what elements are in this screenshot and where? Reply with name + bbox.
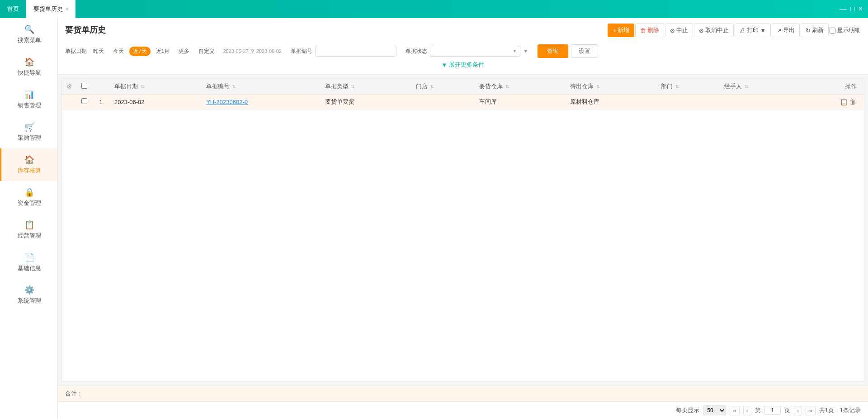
sidebar-item-inventory-label: 库存核算: [18, 167, 41, 175]
filter-docnum-label: 单据编号: [291, 48, 312, 55]
col-req-warehouse-sort-icon: ⇅: [505, 84, 509, 89]
system-mgmt-icon: ⚙️: [24, 285, 34, 295]
sidebar-item-operations-mgmt[interactable]: 📋 经营管理: [0, 214, 57, 246]
data-table: ⚙ 单据日期 ⇅ 单据编号 ⇅: [62, 79, 864, 110]
row-pending-warehouse-cell: 原材料仓库: [566, 95, 656, 110]
tab-requisition-history-label: 要货单历史: [33, 5, 63, 13]
row-edit-icon[interactable]: 📋: [840, 98, 848, 105]
display-detail-checkbox[interactable]: [830, 28, 835, 33]
col-dept-label: 部门: [661, 83, 673, 90]
display-detail-label: 显示明细: [837, 26, 861, 34]
date-yesterday[interactable]: 昨天: [90, 47, 108, 56]
col-handler-header[interactable]: 经手人 ⇅: [720, 79, 797, 95]
filter-docnum-group: 单据编号: [291, 46, 396, 57]
row-req-warehouse-cell: 车间库: [475, 95, 566, 110]
select-all-checkbox[interactable]: [81, 83, 87, 89]
sidebar-item-finance-mgmt[interactable]: 🔒 资金管理: [0, 181, 57, 214]
col-store-sort-icon: ⇅: [430, 84, 434, 89]
sidebar-item-sales-mgmt[interactable]: 📊 销售管理: [0, 83, 57, 116]
row-store-cell: [411, 95, 475, 110]
quick-nav-icon: 🏠: [24, 57, 34, 67]
print-button[interactable]: 🖨 打印 ▼: [735, 24, 771, 37]
col-req-warehouse-header[interactable]: 要货仓库 ⇅: [475, 79, 566, 95]
col-num-header: [92, 79, 110, 95]
row-date-cell: 2023-06-02: [110, 95, 202, 110]
col-number-header[interactable]: 单据编号 ⇅: [202, 79, 321, 95]
sidebar-item-finance-mgmt-label: 资金管理: [18, 199, 41, 207]
next-page-button[interactable]: ›: [794, 406, 802, 415]
sidebar-item-purchase-mgmt[interactable]: 🛒 采购管理: [0, 116, 57, 148]
date-custom[interactable]: 自定义: [195, 47, 218, 56]
prev-page-button[interactable]: ‹: [743, 406, 751, 415]
row-checkbox-cell: [77, 95, 92, 110]
display-detail-checkbox-label[interactable]: 显示明细: [830, 26, 861, 34]
col-action-header: 操作: [797, 79, 864, 95]
status-select-wrapper: [430, 46, 520, 57]
tab-close-icon[interactable]: ×: [66, 6, 68, 12]
sidebar-item-quick-nav[interactable]: 🏠 快捷导航: [0, 51, 57, 83]
last-page-button[interactable]: »: [806, 406, 815, 415]
col-type-label: 单据类型: [325, 83, 349, 90]
col-dept-sort-icon: ⇅: [675, 84, 679, 89]
content-area: 要货单历史 + 新增 🗑 删除 ⊗ 中止 ⊗ 取消中止: [58, 18, 868, 419]
stop-button[interactable]: ⊗ 中止: [665, 24, 693, 37]
tab-home[interactable]: 首页: [0, 0, 26, 18]
page-header: 要货单历史 + 新增 🗑 删除 ⊗ 中止 ⊗ 取消中止: [58, 18, 868, 75]
sidebar-item-search-menu[interactable]: 🔍 搜索菜单: [0, 18, 57, 51]
footer-total-label: 合计：: [65, 390, 83, 398]
row-checkbox[interactable]: [81, 98, 87, 104]
minimize-icon[interactable]: —: [840, 5, 847, 13]
col-type-header[interactable]: 单据类型 ⇅: [321, 79, 411, 95]
expand-more-button[interactable]: ▼ 展开更多条件: [65, 61, 861, 69]
operations-mgmt-icon: 📋: [24, 220, 34, 230]
print-button-label: 打印: [747, 26, 759, 34]
col-type-sort-icon: ⇅: [351, 84, 354, 89]
col-dept-header[interactable]: 部门 ⇅: [656, 79, 720, 95]
cancel-stop-button-label: 取消中止: [705, 26, 729, 34]
row-number-link[interactable]: YH-20230602-0: [206, 99, 248, 105]
expand-more-icon: ▼: [442, 62, 448, 68]
current-page-input[interactable]: [764, 406, 781, 415]
maximize-icon[interactable]: □: [850, 5, 855, 13]
delete-button[interactable]: 🗑 删除: [635, 24, 664, 37]
new-button[interactable]: + 新增: [608, 24, 634, 37]
tab-bar: 首页 要货单历史 ×: [0, 0, 840, 18]
sidebar-item-basic-info[interactable]: 📄 基础信息: [0, 246, 57, 279]
inventory-icon: 🏠: [24, 155, 34, 165]
prev-page-icon: ‹: [746, 407, 748, 414]
table-container: ⚙ 单据日期 ⇅ 单据编号 ⇅: [61, 78, 864, 382]
sidebar-item-system-mgmt[interactable]: ⚙️ 系统管理: [0, 279, 57, 311]
col-store-header[interactable]: 门店 ⇅: [411, 79, 475, 95]
date-range-display: 2023-05-27 至 2023-06-02: [223, 48, 282, 55]
col-pending-warehouse-sort-icon: ⇅: [596, 84, 600, 89]
status-select[interactable]: [430, 46, 520, 57]
date-last1month[interactable]: 近1月: [152, 47, 174, 56]
delete-icon: 🗑: [640, 27, 646, 34]
first-page-button[interactable]: «: [730, 406, 739, 415]
top-bar: 首页 要货单历史 × — □ ×: [0, 0, 868, 18]
close-icon[interactable]: ×: [859, 5, 863, 13]
date-more[interactable]: 更多: [175, 47, 193, 56]
date-today[interactable]: 今天: [109, 47, 127, 56]
col-pending-warehouse-header[interactable]: 待出仓库 ⇅: [566, 79, 656, 95]
col-date-header[interactable]: 单据日期 ⇅: [110, 79, 202, 95]
export-button[interactable]: ↗ 导出: [772, 24, 800, 37]
sidebar-item-inventory[interactable]: 🏠 库存核算: [0, 148, 57, 181]
query-button[interactable]: 查询: [538, 44, 568, 58]
refresh-icon: ↻: [806, 27, 811, 34]
col-handler-sort-icon: ⇅: [745, 84, 748, 89]
refresh-button[interactable]: ↻ 刷新: [801, 24, 829, 37]
column-settings-icon[interactable]: ⚙: [66, 83, 72, 90]
date-last7days[interactable]: 近7天: [129, 47, 151, 56]
tab-requisition-history[interactable]: 要货单历史 ×: [26, 0, 75, 18]
sidebar-item-basic-info-label: 基础信息: [18, 264, 41, 272]
cancel-stop-button[interactable]: ⊗ 取消中止: [694, 24, 734, 37]
action-buttons: 查询 设置: [538, 44, 598, 58]
sidebar-item-system-mgmt-label: 系统管理: [18, 297, 41, 305]
doc-number-input[interactable]: [315, 46, 396, 57]
page-size-select[interactable]: 10 20 50 100: [703, 405, 726, 415]
sidebar-item-operations-mgmt-label: 经营管理: [18, 232, 41, 240]
settings-button[interactable]: 设置: [571, 44, 598, 58]
filter-date-group: 单据日期 昨天 今天 近7天 近1月 更多 自定义 2023-05-27 至 2…: [65, 47, 282, 56]
row-delete-icon[interactable]: 🗑: [849, 98, 856, 105]
